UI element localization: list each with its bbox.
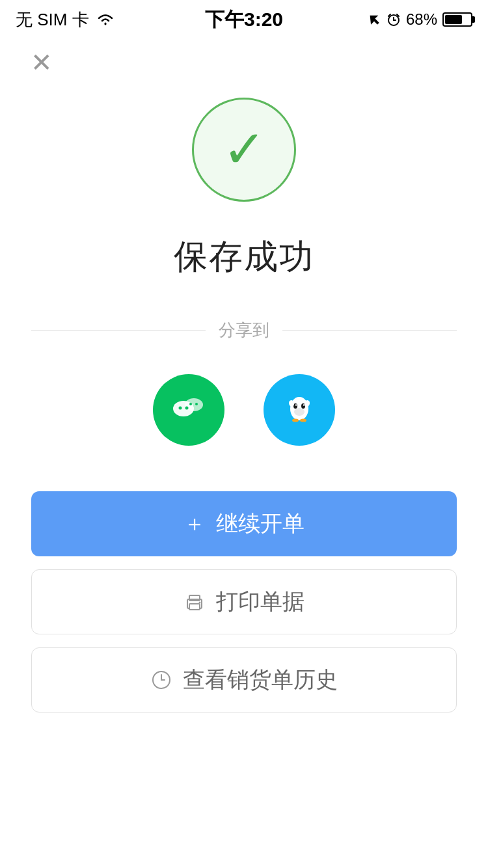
checkmark-icon: ✓ <box>223 124 266 176</box>
status-right: 68% <box>367 10 472 29</box>
status-bar: 无 SIM 卡 下午3:20 68% <box>0 0 488 39</box>
printer-icon <box>183 591 206 613</box>
plus-icon: ＋ <box>183 509 206 539</box>
svg-point-6 <box>195 403 198 405</box>
main-content: ✓ 保存成功 分享到 <box>0 39 488 752</box>
share-divider: 分享到 <box>31 319 457 342</box>
battery-icon <box>442 12 472 27</box>
svg-point-3 <box>179 407 182 410</box>
qq-share-button[interactable] <box>264 374 335 446</box>
svg-point-13 <box>294 408 305 416</box>
continue-label: 继续开单 <box>216 509 305 539</box>
close-button[interactable]: ✕ <box>26 47 57 78</box>
print-button[interactable]: 打印单据 <box>31 569 457 634</box>
svg-point-10 <box>295 404 297 405</box>
location-icon <box>367 12 381 27</box>
svg-point-11 <box>303 404 305 405</box>
divider-left <box>31 330 206 331</box>
history-button[interactable]: 查看销货单历史 <box>31 647 457 712</box>
wifi-icon <box>96 12 115 27</box>
history-label: 查看销货单历史 <box>183 665 338 695</box>
svg-point-16 <box>292 419 299 422</box>
svg-point-5 <box>189 403 192 405</box>
divider-right <box>282 330 457 331</box>
svg-point-4 <box>185 407 189 410</box>
wechat-logo-icon <box>169 390 208 429</box>
svg-point-21 <box>199 602 201 604</box>
wechat-share-button[interactable] <box>153 374 224 446</box>
success-title: 保存成功 <box>174 234 314 280</box>
print-label: 打印单据 <box>216 587 305 617</box>
status-left: 无 SIM 卡 <box>16 8 115 31</box>
success-circle: ✓ <box>192 98 296 202</box>
action-buttons: ＋ 继续开单 打印单据 查看销货单历史 <box>31 491 457 712</box>
carrier-text: 无 SIM 卡 <box>16 8 89 31</box>
svg-rect-20 <box>189 604 200 610</box>
close-icon: ✕ <box>31 49 53 75</box>
continue-button[interactable]: ＋ 继续开单 <box>31 491 457 556</box>
alarm-icon <box>386 12 401 27</box>
svg-point-17 <box>300 419 306 422</box>
battery-percent: 68% <box>406 10 437 29</box>
share-label: 分享到 <box>206 319 282 342</box>
clock-icon <box>150 669 172 691</box>
share-icons <box>153 374 335 446</box>
qq-logo-icon <box>280 390 319 429</box>
status-time: 下午3:20 <box>205 7 283 33</box>
